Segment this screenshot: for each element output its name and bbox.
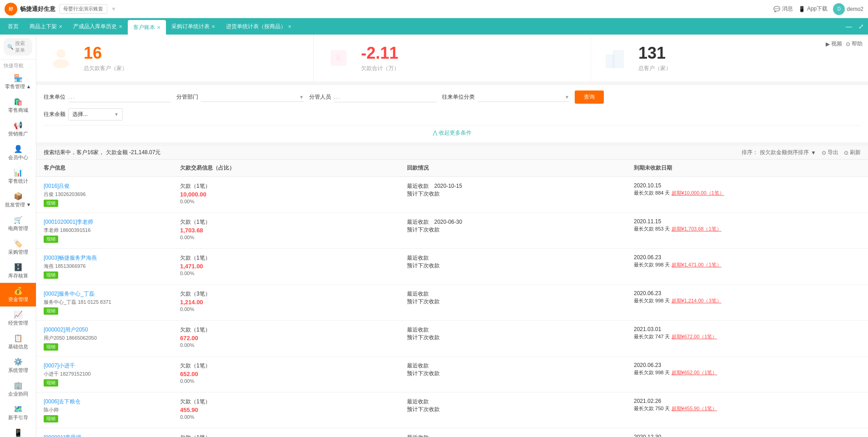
debt-info-3: 欠款（3笔） 1,214.00 0.00% — [180, 290, 407, 312]
unit-category-label: 往来单位分类 — [442, 93, 475, 101]
sidebar-item-capital[interactable]: 💰 资金管理 — [0, 283, 36, 306]
department-input[interactable]: ▼ — [201, 93, 304, 102]
help-button[interactable]: ⊙ 帮助 — [846, 40, 863, 48]
debt-amount-value: -2.11 — [361, 44, 399, 63]
last-payment-label-1: 最近收款 2020-06-30 — [407, 218, 634, 226]
debt-amount-5[interactable]: 652.00 — [180, 371, 407, 377]
debt-count-2: 欠款（1笔） — [180, 254, 407, 262]
view-button[interactable]: ▶ 视频 — [826, 40, 842, 48]
customer-badge-3: 现销 — [44, 307, 58, 315]
member-icon: 👤 — [2, 145, 34, 153]
user-menu[interactable]: D demo2 — [833, 3, 863, 15]
debt-amount-6[interactable]: 455.90 — [180, 407, 407, 413]
tab-production-close[interactable]: ✕ — [119, 24, 122, 29]
customer-name-4[interactable]: [000002]用户2050 — [44, 326, 180, 334]
data-table: 客户信息 欠款交易信息（占比） 回款情况 到期未收款日期 [0016]吕俊 吕俊… — [36, 160, 868, 437]
operation-icon: 📈 — [2, 310, 34, 319]
debt-amount-4[interactable]: 672.00 — [180, 335, 407, 342]
filter-row-2: 往来余额 选择... ▼ — [44, 108, 861, 121]
sidebar-item-retail-store[interactable]: 🛍️ 零售商城 — [0, 94, 36, 117]
export-button[interactable]: ⊙ 导出 — [822, 149, 838, 156]
overdue-link-4[interactable]: 超期¥672.00（1笔） — [672, 334, 717, 339]
sidebar-item-basic-info[interactable]: 📋 基础信息 — [0, 330, 36, 354]
tab-production[interactable]: 产成品入库单历史 ✕ — [68, 20, 128, 33]
tab-import-stats[interactable]: 进货单统计表（按商品） ✕ — [221, 20, 297, 33]
overdue-date-6: 2021.02.26 — [634, 398, 861, 404]
overdue-link-5[interactable]: 超期¥652.00（1笔） — [672, 370, 717, 375]
app-download-button[interactable]: 📱 App下载 — [798, 5, 828, 13]
debt-amount-2[interactable]: 1,471.00 — [180, 263, 407, 270]
balance-select[interactable]: 选择... ▼ — [68, 108, 123, 121]
sidebar-item-retail-mgmt[interactable]: 🏪 零售管理 ▲ — [0, 70, 36, 94]
tab-purchase-order[interactable]: 采购订单统计表 ✕ — [166, 20, 221, 33]
svg-point-1 — [53, 59, 69, 68]
top-bar: 好 畅捷通好生意 母婴行业演示账套 ▼ 💬 消息 📱 App下载 D demo2 — [0, 0, 868, 18]
sidebar-item-app-center[interactable]: 📱 应用中心 — [0, 425, 36, 437]
avatar: D — [833, 3, 845, 15]
sidebar-item-system[interactable]: ⚙️ 系统管理 — [0, 354, 36, 377]
debt-amount-3[interactable]: 1,214.00 — [180, 299, 407, 306]
collapse-bar[interactable]: ⋀ 收起更多条件 — [44, 125, 861, 137]
customer-name-0[interactable]: [0016]吕俊 — [44, 182, 180, 190]
tab-products-close[interactable]: ✕ — [59, 24, 62, 29]
customer-name-2[interactable]: [0003]畅捷服务尹海燕 — [44, 254, 180, 262]
tab-minimize-button[interactable]: — — [844, 22, 854, 31]
customer-name-7[interactable]: [000001]黄思源 — [44, 434, 180, 437]
stat-debt-customers-info: 16 总欠款客户（家） — [84, 44, 127, 72]
sidebar-item-retail-stats[interactable]: 📊 零售统计 — [0, 165, 36, 188]
stat-card-debt-amount: ¥ -2.11 欠款合计（万） — [314, 35, 591, 81]
overdue-link-3[interactable]: 超期¥1,214.00（3笔） — [672, 298, 722, 303]
customer-name-3[interactable]: [0002]服务中心_丁磊 — [44, 290, 180, 298]
customer-name-1[interactable]: [0001020001]李老师 — [44, 218, 180, 226]
tab-purchase-order-close[interactable]: ✕ — [211, 24, 215, 29]
message-button[interactable]: 💬 消息 — [773, 5, 793, 13]
overdue-info-3: 2020.06.23 最长欠款 998 天 超期¥1,214.00（3笔） — [634, 290, 861, 304]
debt-amount-1[interactable]: 1,703.68 — [180, 227, 407, 234]
overdue-info-1: 2020.11.15 最长欠款 853 天 超期¥1,703.68（1笔） — [634, 218, 861, 232]
tab-home[interactable]: 首页 — [2, 20, 24, 33]
manager-input[interactable]: ... — [334, 92, 437, 102]
sidebar-item-member[interactable]: 👤 会员中心 — [0, 141, 36, 165]
sidebar-item-guide[interactable]: 🗺️ 新手引导 — [0, 401, 36, 425]
search-button[interactable]: 查询 — [575, 90, 604, 104]
tab-maximize-button[interactable]: ⤢ — [857, 22, 866, 31]
overdue-link-0[interactable]: 超期¥10,000.00（1笔） — [672, 190, 724, 196]
refresh-icon: ⊙ — [844, 150, 848, 156]
sidebar-item-operation[interactable]: 📈 经营管理 — [0, 306, 36, 330]
sort-select[interactable]: 排序： 按欠款金额倒序排序 ▼ — [742, 149, 816, 156]
sidebar-item-purchase[interactable]: 🏷️ 采购管理 — [0, 236, 36, 259]
unit-category-input[interactable]: ▼ — [477, 93, 569, 102]
customer-info-4: [000002]用户2050 用户2050 18665062050 现销 — [44, 326, 180, 351]
debt-amount-0[interactable]: 10,000.00 — [180, 191, 407, 198]
sidebar-item-marketing[interactable]: 📢 营销推广 — [0, 117, 36, 141]
filter-row-1: 往来单位 ... 分管部门 ▼ 分管人员 ... — [44, 90, 861, 104]
system-name[interactable]: 母婴行业演示账套 — [59, 4, 107, 14]
debt-customers-icon — [47, 45, 75, 72]
customer-name-5[interactable]: [0007]小进千 — [44, 362, 180, 370]
sidebar-search-box[interactable]: 🔍 搜索菜单 — [4, 38, 32, 55]
sidebar-item-ecommerce[interactable]: 🛒 电商管理 — [0, 212, 36, 236]
source-unit-label: 往来单位 — [44, 93, 65, 101]
filter-area: 往来单位 ... 分管部门 ▼ 分管人员 ... — [36, 85, 868, 142]
sidebar-item-batch-mgmt[interactable]: 📦 批发管理 ▼ — [0, 188, 36, 212]
filter-unit-category: 往来单位分类 ▼ — [442, 93, 569, 102]
overdue-days-4: 最长欠款 747 天 超期¥672.00（1笔） — [634, 333, 861, 340]
overdue-info-0: 2020.10.15 最长欠款 884 天 超期¥10,000.00（1笔） — [634, 182, 861, 196]
sidebar-item-inventory[interactable]: 🗄️ 库存核算 — [0, 259, 36, 283]
collapse-icon: ⋀ — [433, 130, 437, 136]
source-unit-input[interactable]: ... — [68, 92, 171, 102]
overdue-link-1[interactable]: 超期¥1,703.68（1笔） — [672, 226, 722, 231]
refresh-button[interactable]: ⊙ 刷新 — [844, 149, 861, 156]
tab-products[interactable]: 商品上下架 ✕ — [24, 20, 68, 33]
customer-name-6[interactable]: [0006]去下粮仓 — [44, 398, 180, 406]
table-row: [0001020001]李老师 李老师 18600391516 现销 欠款（1笔… — [36, 213, 868, 249]
tab-import-stats-close[interactable]: ✕ — [288, 24, 291, 29]
filter-department: 分管部门 ▼ — [176, 93, 304, 102]
stats-row: 16 总欠款客户（家） ¥ -2.11 欠款合计（万） — [36, 35, 868, 81]
tab-customer-account-close[interactable]: ✕ — [157, 25, 161, 30]
sidebar-item-enterprise[interactable]: 🏢 企业协同 — [0, 377, 36, 401]
overdue-link-2[interactable]: 超期¥1,471.00（1笔） — [672, 262, 722, 267]
tab-customer-account[interactable]: 客户账本 ✕ — [128, 20, 166, 35]
customer-contact-4: 用户2050 18665062050 — [44, 335, 180, 342]
overdue-link-6[interactable]: 超期¥455.90（1笔） — [672, 406, 717, 411]
